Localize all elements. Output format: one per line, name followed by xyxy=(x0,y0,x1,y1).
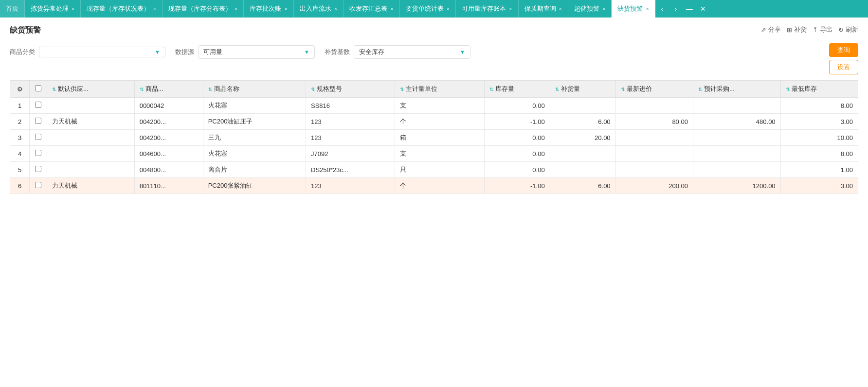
tab-avail-ledger[interactable]: 可用量库存账本 × xyxy=(456,0,518,18)
row-checkbox[interactable] xyxy=(35,182,41,188)
row-spec: J7092 xyxy=(306,146,395,162)
tab-inventory-status[interactable]: 现存量（库存状况表） × xyxy=(81,0,162,18)
datasource-arrow-icon: ▼ xyxy=(304,49,309,55)
tab-overstock[interactable]: 超储预警 × xyxy=(568,0,612,18)
row-stock: -1.00 xyxy=(484,178,550,194)
th-latest-price[interactable]: ⇅ 最新进价 xyxy=(615,81,693,98)
th-gear[interactable]: ⚙ xyxy=(10,81,30,98)
export-button[interactable]: ⤒ 导出 xyxy=(813,25,832,34)
tab-overstock-close[interactable]: × xyxy=(602,6,605,12)
row-checkbox[interactable] xyxy=(35,150,41,156)
row-supplier xyxy=(47,130,135,146)
row-checkbox[interactable] xyxy=(35,166,41,172)
query-button[interactable]: 查询 xyxy=(829,43,858,57)
refresh-button[interactable]: ↻ 刷新 xyxy=(838,25,858,34)
replenish-button[interactable]: ⊞ 补货 xyxy=(787,25,807,34)
row-supplier xyxy=(47,162,135,178)
tab-order-stats[interactable]: 要货单统计表 × xyxy=(400,0,456,18)
data-table: ⚙ ⇅ 默认供应... ⇅ 商品... xyxy=(10,80,858,194)
row-checkbox-cell xyxy=(30,162,47,178)
row-min-stock: 3.00 xyxy=(780,114,858,130)
tab-batch-account-label: 库存批次账 xyxy=(250,4,281,13)
share-button[interactable]: ⇗ 分享 xyxy=(761,25,781,34)
row-replenish: 6.00 xyxy=(550,114,615,130)
tab-in-out-flow-close[interactable]: × xyxy=(334,6,337,12)
filter-action-buttons: 查询 设置 xyxy=(829,43,858,74)
category-select[interactable]: ▼ xyxy=(39,47,165,57)
sort-stock-icon: ⇅ xyxy=(489,87,493,92)
replenish-base-select[interactable]: 安全库存 ▼ xyxy=(354,45,470,59)
row-checkbox[interactable] xyxy=(35,134,41,140)
tab-next-btn[interactable]: › xyxy=(669,0,683,18)
row-latest-price xyxy=(615,162,693,178)
tab-exception[interactable]: 拣货异常处理 × xyxy=(25,0,81,18)
gear-icon: ⚙ xyxy=(17,86,23,93)
sort-code-icon: ⇅ xyxy=(140,87,144,92)
tab-expiry-query[interactable]: 保质期查询 × xyxy=(519,0,568,18)
datasource-select[interactable]: 可用量 ▼ xyxy=(198,45,315,59)
th-supplier[interactable]: ⇅ 默认供应... xyxy=(47,81,135,98)
th-replenish[interactable]: ⇅ 补货量 xyxy=(550,81,615,98)
tab-inventory-status-close[interactable]: × xyxy=(153,6,156,12)
row-min-stock: 1.00 xyxy=(780,162,858,178)
tab-home-label: 首页 xyxy=(6,4,18,13)
tab-shortage[interactable]: 缺货预警 × xyxy=(612,0,655,18)
th-code[interactable]: ⇅ 商品... xyxy=(134,81,203,98)
th-spec[interactable]: ⇅ 规格型号 xyxy=(306,81,395,98)
tab-expiry-query-close[interactable]: × xyxy=(559,6,562,12)
row-est-purchase: 480.00 xyxy=(693,114,780,130)
tab-collect-summary-close[interactable]: × xyxy=(390,6,393,12)
row-index: 6 xyxy=(10,178,30,194)
filter-replenish-base-group: 补货基数 安全库存 ▼ xyxy=(325,45,470,59)
select-all-checkbox[interactable] xyxy=(35,85,41,91)
refresh-icon: ↻ xyxy=(838,26,844,34)
row-name: PC200张紧油缸 xyxy=(203,178,306,194)
row-code: 801110... xyxy=(134,178,203,194)
filter-groups: 商品分类 ▼ 数据源 可用量 ▼ 补货基数 安全库存 ▼ xyxy=(10,45,819,59)
tab-in-out-flow[interactable]: 出入库流水 × xyxy=(294,0,344,18)
row-checkbox-cell xyxy=(30,178,47,194)
settings-button[interactable]: 设置 xyxy=(829,60,858,74)
th-stock[interactable]: ⇅ 库存量 xyxy=(484,81,550,98)
tab-home[interactable]: 首页 xyxy=(0,0,25,18)
sort-unit-icon: ⇅ xyxy=(400,87,404,92)
row-checkbox[interactable] xyxy=(35,102,41,108)
share-label: 分享 xyxy=(768,25,781,34)
row-unit: 支 xyxy=(395,146,484,162)
row-unit: 个 xyxy=(395,114,484,130)
tab-close-btn[interactable]: ✕ xyxy=(696,0,710,18)
datasource-value: 可用量 xyxy=(203,48,222,56)
tab-shortage-close[interactable]: × xyxy=(646,6,649,12)
row-min-stock: 10.00 xyxy=(780,130,858,146)
sort-replenish-icon: ⇅ xyxy=(555,87,559,92)
row-supplier: 力天机械 xyxy=(47,178,135,194)
tab-order-stats-close[interactable]: × xyxy=(447,6,450,12)
row-unit: 箱 xyxy=(395,130,484,146)
row-spec: 123 xyxy=(306,178,395,194)
row-latest-price: 200.00 xyxy=(615,178,693,194)
th-est-purchase[interactable]: ⇅ 预计采购... xyxy=(693,81,780,98)
tab-batch-account[interactable]: 库存批次账 × xyxy=(244,0,293,18)
row-checkbox[interactable] xyxy=(35,118,41,124)
tab-exception-close[interactable]: × xyxy=(72,6,74,12)
row-unit: 只 xyxy=(395,162,484,178)
table-row: 3 004200... 三九 123 箱 0.00 20.00 10.00 xyxy=(10,130,858,146)
th-unit[interactable]: ⇅ 主计量单位 xyxy=(395,81,484,98)
tab-collect-summary[interactable]: 收发存汇总表 × xyxy=(344,0,399,18)
row-stock: 0.00 xyxy=(484,98,550,114)
sort-supplier-icon: ⇅ xyxy=(52,87,56,92)
tab-inventory-dist[interactable]: 现存量（库存分布表） × xyxy=(163,0,244,18)
tab-avail-ledger-close[interactable]: × xyxy=(509,6,512,12)
th-name[interactable]: ⇅ 商品名称 xyxy=(203,81,306,98)
tab-prev-btn[interactable]: ‹ xyxy=(655,0,669,18)
row-code: 0000042 xyxy=(134,98,203,114)
tab-min-btn[interactable]: — xyxy=(683,0,696,18)
row-replenish xyxy=(550,146,615,162)
th-min-stock[interactable]: ⇅ 最低库存 xyxy=(780,81,858,98)
row-index: 5 xyxy=(10,162,30,178)
tab-batch-account-close[interactable]: × xyxy=(284,6,287,12)
tab-inventory-dist-close[interactable]: × xyxy=(235,6,237,12)
row-min-stock: 8.00 xyxy=(780,146,858,162)
row-replenish xyxy=(550,162,615,178)
row-code: 004200... xyxy=(134,114,203,130)
